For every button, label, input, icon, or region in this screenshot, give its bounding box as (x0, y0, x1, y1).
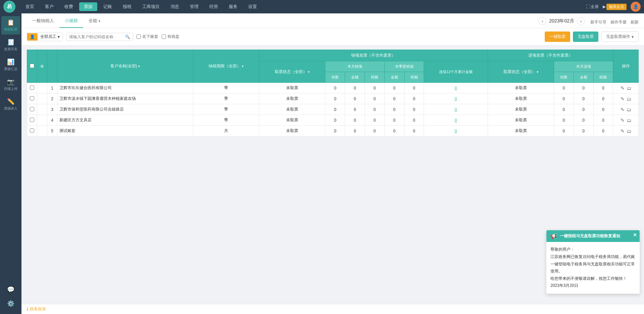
th-purchase-group: 进项发票（不含作废票） (488, 50, 613, 61)
has-taxdisk-checkbox[interactable]: 有税盘 (162, 34, 179, 40)
sidebar-item-invoice-summary[interactable]: 📊 票据汇总 (1, 56, 20, 74)
row-sales-quarterly-amount: 0 (384, 93, 404, 104)
sales-status-filter[interactable]: ▾ (308, 70, 310, 74)
nav-operation[interactable]: 经营 (205, 2, 223, 11)
no-disk-ticket-btn[interactable]: 无盘取票 (573, 32, 598, 42)
row-checkbox[interactable] (30, 96, 34, 101)
row-checkbox[interactable] (30, 118, 34, 122)
row-sales-12m[interactable]: 0 (424, 104, 488, 115)
fullscreen-btn[interactable]: ⛶ 全屏 (586, 4, 599, 10)
edit-icon[interactable]: ✎ (621, 118, 625, 123)
edit-icon[interactable]: ✎ (621, 85, 625, 91)
edit-icon[interactable]: ✎ (621, 128, 625, 134)
view-icon[interactable]: 🗂 (627, 96, 631, 102)
employee-value[interactable]: 全部员工 ▾ (38, 33, 62, 41)
new-guide-btn[interactable]: 新手引导 (590, 19, 606, 25)
nav-settings[interactable]: 设置 (244, 2, 262, 11)
sidebar-item-help[interactable]: 💬 (1, 283, 20, 296)
vip-badge[interactable]: 畅享会员 (606, 4, 627, 10)
row-actions: ✎ 🗂 (613, 115, 639, 126)
employee-select[interactable]: 👤 全部员工 ▾ (27, 32, 63, 41)
sub-tabs-bar: 一般纳税人 小规模 全能 ▾ ‹ 2023年02月 › 新手引导 操作手册 刷新 (21, 13, 644, 28)
notif-close-btn[interactable]: ✕ (633, 232, 637, 238)
row-checkbox[interactable] (30, 107, 34, 111)
row-sales-12m[interactable]: 0 (424, 83, 488, 93)
view-icon[interactable]: 🗂 (627, 118, 631, 123)
th-num (47, 50, 57, 83)
search-box: 🔍 (66, 33, 133, 41)
edit-icon[interactable]: ✎ (621, 96, 625, 102)
row-checkbox[interactable] (30, 85, 34, 90)
view-icon[interactable]: 🗂 (627, 128, 631, 134)
row-purchase-monthly-tax: 0 (593, 83, 613, 93)
view-icon[interactable]: 🗂 (627, 85, 631, 91)
search-btn[interactable]: 🔍 (122, 33, 133, 41)
refresh-btn[interactable]: 刷新 (631, 19, 639, 25)
vip-section[interactable]: ▶ 畅享会员 (603, 4, 627, 10)
row-tax-period: 季 (193, 93, 259, 104)
status-bar[interactable]: ℹ 税务政策 (21, 304, 644, 314)
nav-tax[interactable]: 报税 (118, 2, 136, 11)
edit-icon[interactable]: ✎ (621, 107, 625, 112)
tab-small-scale[interactable]: 小规模 (59, 14, 83, 28)
user-avatar[interactable]: 👤 (631, 2, 641, 12)
table-row: 4 新建区方方文具店 季 未取票 0 0 0 0 0 0 未取票 0 0 0 ✎… (27, 115, 639, 126)
nav-service[interactable]: 服务 (224, 2, 242, 11)
th-gear[interactable]: ⚙ (37, 50, 47, 83)
name-account-checkbox[interactable]: 名下账套 (137, 34, 158, 40)
select-all-checkbox[interactable] (30, 64, 34, 68)
th-purchase-status[interactable]: 取票状态（全部） ▾ (488, 61, 554, 83)
smart-ticket-icon: 📋 (7, 19, 14, 26)
row-customer-name[interactable]: 测试账套 (57, 126, 193, 136)
sidebar-item-invoice-entry[interactable]: ✏️ 票据录入 (1, 95, 20, 114)
nav-invoice[interactable]: 票据 (79, 2, 97, 11)
row-customer-name[interactable]: 卫辉市保和堂医药有限公司击辕路店 (57, 104, 193, 115)
nav-home[interactable]: 首页 (21, 2, 39, 11)
row-customer-name[interactable]: 新建区方方文具店 (57, 115, 193, 126)
row-sales-12m[interactable]: 0 (424, 126, 488, 136)
row-tax-period: 季 (193, 104, 259, 115)
tax-period-filter-icon[interactable]: ▾ (242, 64, 244, 68)
row-sales-status: 未取票 (259, 115, 325, 126)
nav-manage[interactable]: 管理 (185, 2, 203, 11)
status-text[interactable]: 税务政策 (30, 306, 46, 312)
row-purchase-monthly-tax: 0 (593, 104, 613, 115)
prev-month-btn[interactable]: ‹ (538, 17, 546, 25)
nav-message[interactable]: 消息 (166, 2, 184, 11)
name-account-check[interactable] (137, 35, 141, 39)
manual-btn[interactable]: 操作手册 (610, 19, 627, 25)
search-input[interactable] (66, 33, 122, 41)
row-gear (37, 115, 47, 126)
row-sales-quarterly-tax: 0 (404, 83, 424, 93)
has-taxdisk-check[interactable] (162, 35, 166, 39)
nav-bookkeeping[interactable]: 记账 (99, 2, 117, 11)
one-key-ticket-btn[interactable]: 一键取票 (545, 32, 570, 42)
sidebar-item-settings[interactable]: ⚙️ (1, 297, 20, 310)
tab-general-taxpayer[interactable]: 一般纳税人 (27, 14, 59, 28)
sidebar-item-scan-upload[interactable]: 📷 扫描上传 (1, 75, 20, 94)
no-disk-ops-btn[interactable]: 无盘取票操作 ▾ (601, 32, 639, 42)
row-customer-name[interactable]: 卫辉市玖玖健合医药有限公司 (57, 83, 193, 93)
row-sales-monthly-amount: 0 (345, 93, 365, 104)
tab-all[interactable]: 全能 ▾ (83, 14, 106, 28)
row-sales-quarterly-amount: 0 (384, 115, 404, 126)
nav-fees[interactable]: 收费 (60, 2, 78, 11)
next-month-btn[interactable]: › (577, 17, 585, 25)
purchase-status-filter[interactable]: ▾ (537, 70, 538, 74)
th-operation: 操作 (613, 50, 639, 83)
row-tax-period: 月 (193, 126, 259, 136)
nav-customer[interactable]: 客户 (40, 2, 58, 11)
sidebar-item-invoice-issue[interactable]: 🧾 发票开具 (1, 36, 20, 54)
row-customer-name[interactable]: 卫辉市汲水镇下园澳香腐营木种植家庭农场 (57, 93, 193, 104)
sidebar-item-smart-ticket[interactable]: 📋 智能取票 (1, 16, 20, 35)
nav-business[interactable]: 工商项目 (138, 2, 164, 11)
row-checkbox[interactable] (30, 128, 34, 133)
view-icon[interactable]: 🗂 (627, 107, 631, 112)
row-sales-quarterly-amount: 0 (384, 83, 404, 93)
row-sales-monthly-amount: 0 (345, 83, 365, 93)
th-sales-status[interactable]: 取票状态（全部） ▾ (259, 61, 325, 83)
row-sales-12m[interactable]: 0 (424, 93, 488, 104)
filter-icon[interactable]: ▾ (138, 64, 140, 68)
date-nav: ‹ 2023年02月 › (538, 17, 585, 28)
row-sales-12m[interactable]: 0 (424, 115, 488, 126)
